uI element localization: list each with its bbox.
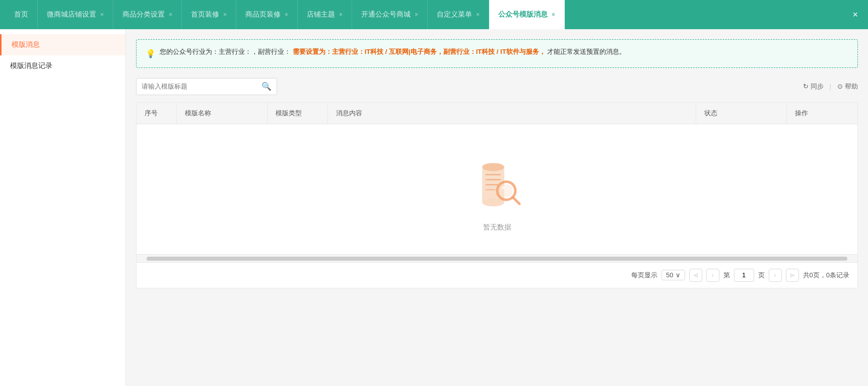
svg-point-10 — [502, 186, 505, 189]
tab-wshop-close[interactable]: × — [100, 11, 104, 18]
sync-label: 同步 — [811, 82, 824, 91]
tab-bar: 首页 微商城店铺设置 × 商品分类设置 × 首页装修 × 商品页装修 × 店铺主… — [0, 0, 868, 29]
sidebar-item-template-msg[interactable]: 模版消息 — [0, 34, 125, 55]
layout: 模版消息 模版消息记录 💡 您的公众号行业为：主营行业：，副营行业： 需要设置为… — [0, 29, 868, 386]
search-actions: ↻ 同步 | ⊙ 帮助 — [803, 82, 858, 91]
empty-text: 暂无数据 — [483, 223, 511, 232]
total-info: 共0页，0条记录 — [803, 271, 849, 280]
svg-point-2 — [482, 163, 504, 171]
tab-wechatshop[interactable]: 开通公众号商城 × — [352, 0, 428, 29]
sidebar: 模版消息 模版消息记录 — [0, 29, 126, 386]
help-button[interactable]: ⊙ 帮助 — [837, 82, 858, 91]
table-header: 序号 模版名称 模版类型 消息内容 状态 操作 — [137, 103, 857, 124]
svg-line-9 — [513, 197, 519, 204]
notice-text-suffix: 才能正常发送预置的消息。 — [547, 48, 626, 55]
close-all-button[interactable]: × — [847, 10, 863, 20]
chevron-down-icon: ∨ — [676, 271, 681, 279]
sidebar-item-template-msg-record[interactable]: 模版消息记录 — [0, 55, 125, 76]
help-label: 帮助 — [845, 82, 858, 91]
tab-theme-label: 店铺主题 — [307, 10, 335, 19]
divider: | — [830, 83, 831, 90]
tab-wshop[interactable]: 微商城店铺设置 × — [38, 0, 113, 29]
tab-category[interactable]: 商品分类设置 × — [113, 0, 182, 29]
sidebar-item-template-msg-label: 模版消息 — [12, 40, 40, 48]
th-name: 模版名称 — [177, 103, 268, 124]
tab-templatemsg[interactable]: 公众号模版消息 × — [489, 0, 565, 29]
tab-wshop-label: 微商城店铺设置 — [47, 10, 96, 19]
tab-productpage-close[interactable]: × — [285, 11, 288, 18]
page-unit: 页 — [758, 271, 765, 280]
page-size-label: 每页显示 — [631, 271, 657, 280]
tab-homepage-label: 首页装修 — [191, 10, 219, 19]
scrollbar-thumb[interactable] — [147, 257, 847, 261]
tab-home-label: 首页 — [14, 10, 28, 19]
first-page-button[interactable]: ⊲ — [689, 269, 702, 282]
sidebar-item-template-msg-record-label: 模版消息记录 — [10, 61, 52, 69]
th-index: 序号 — [137, 103, 177, 124]
notice-text: 您的公众号行业为：主营行业：，副营行业： 需要设置为：主营行业：IT科技 / 互… — [160, 47, 626, 57]
notice-box: 💡 您的公众号行业为：主营行业：，副营行业： 需要设置为：主营行业：IT科技 /… — [136, 39, 858, 68]
th-action: 操作 — [787, 103, 857, 124]
tab-productpage[interactable]: 商品页装修 × — [236, 0, 298, 29]
th-type: 模版类型 — [268, 103, 328, 124]
sync-icon: ↻ — [803, 83, 809, 90]
notice-highlight: 需要设置为：主营行业：IT科技 / 互联网|电子商务，副营行业：IT科技 / I… — [293, 48, 546, 55]
tab-homepage-close[interactable]: × — [223, 11, 227, 18]
tab-custommenu-close[interactable]: × — [476, 11, 480, 18]
sync-button[interactable]: ↻ 同步 — [803, 82, 824, 91]
main-content: 💡 您的公众号行业为：主营行业：，副营行业： 需要设置为：主营行业：IT科技 /… — [126, 29, 868, 386]
page-size-value: 50 — [666, 271, 673, 279]
tab-theme[interactable]: 店铺主题 × — [298, 0, 352, 29]
notice-icon: 💡 — [146, 47, 156, 60]
table-wrap: 序号 模版名称 模版类型 消息内容 状态 操作 — [136, 102, 858, 288]
notice-text-prefix: 您的公众号行业为：主营行业：，副营行业： — [160, 48, 291, 55]
help-icon: ⊙ — [837, 83, 843, 90]
tab-templatemsg-close[interactable]: × — [552, 11, 555, 18]
tab-category-close[interactable]: × — [169, 11, 172, 18]
scrollbar-area[interactable] — [137, 254, 857, 262]
page-prefix: 第 — [723, 271, 730, 280]
next-page-button[interactable]: › — [769, 269, 782, 282]
tab-productpage-label: 商品页装修 — [245, 10, 281, 19]
th-status: 状态 — [696, 103, 787, 124]
pagination: 每页显示 50 ∨ ⊲ ‹ 第 页 › ⊳ 共0页，0条记录 — [137, 262, 857, 288]
tab-theme-close[interactable]: × — [339, 11, 343, 18]
search-input[interactable] — [142, 83, 261, 90]
page-size-selector[interactable]: 50 ∨ — [661, 270, 685, 280]
last-page-button[interactable]: ⊳ — [786, 269, 799, 282]
tab-custommenu-label: 自定义菜单 — [437, 10, 472, 19]
tab-homepage[interactable]: 首页装修 × — [182, 0, 236, 29]
search-bar: 🔍 ↻ 同步 | ⊙ 帮助 — [136, 78, 858, 95]
search-input-wrap[interactable]: 🔍 — [136, 78, 277, 95]
th-content: 消息内容 — [328, 103, 696, 124]
tab-category-label: 商品分类设置 — [122, 10, 165, 19]
current-page-input[interactable] — [734, 269, 754, 282]
prev-page-button[interactable]: ‹ — [706, 269, 719, 282]
search-icon[interactable]: 🔍 — [261, 82, 272, 91]
tab-home[interactable]: 首页 — [5, 0, 38, 29]
tab-custommenu[interactable]: 自定义菜单 × — [428, 0, 489, 29]
tab-wechatshop-close[interactable]: × — [415, 11, 418, 18]
tab-wechatshop-label: 开通公众号商城 — [361, 10, 411, 19]
empty-state: 暂无数据 — [137, 124, 857, 252]
tab-templatemsg-label: 公众号模版消息 — [498, 10, 548, 19]
svg-point-8 — [500, 184, 513, 197]
empty-illustration — [467, 155, 527, 215]
